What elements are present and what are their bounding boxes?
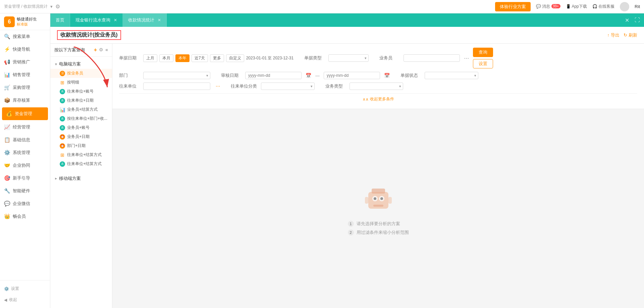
sidebar-item-sales[interactable]: 📊 销售管理 (0, 68, 50, 81)
sidebar-item-system[interactable]: ⚙️ 系统管理 (0, 146, 50, 159)
tab-close-bank[interactable]: ✕ (114, 18, 117, 22)
sidebar-item-purchase[interactable]: 🛒 采购管理 (0, 81, 50, 94)
tree-item-by-salesperson[interactable]: 业 按业务员 (50, 69, 112, 78)
svg-rect-8 (388, 197, 392, 204)
panel-header-actions: + ⚙ « (94, 47, 108, 53)
message-icon[interactable]: 💬 消息 99+ (536, 4, 560, 9)
empty-hints: 1 请先选择要分析的方案 2 用过滤条件来缩小分析范围 (348, 221, 409, 236)
tab-home[interactable]: 首页 (50, 13, 70, 27)
left-panel: 按以下方案查询 + ⚙ « ▼ 电脑端方案 业 按业务员 (50, 44, 112, 308)
export-button[interactable]: ↑ 导出 (607, 32, 620, 38)
date-this-month[interactable]: 本月 (159, 54, 173, 62)
partner-category-label: 往来单位分类 (231, 83, 257, 89)
tree-item-salesperson-date[interactable]: ⏰ 业务员+日期 (50, 132, 112, 141)
sidebar-collapse-btn[interactable]: ◀ 收起 (0, 294, 50, 305)
clock-icon-2: ⏰ (60, 143, 65, 149)
sidebar-item-operations[interactable]: 📈 经营管理 (0, 121, 50, 134)
tab-collection[interactable]: 收款情况统计 ✕ (123, 13, 167, 27)
panel-settings-icon[interactable]: ⚙ (99, 47, 103, 53)
tree-item-partner-dept[interactable]: 表 按往来单位+部门+收... (50, 114, 112, 123)
partner-more-btn[interactable]: ··· (216, 83, 220, 89)
date-last-7[interactable]: 近7天 (192, 54, 208, 62)
gear-icon: ⚙️ (4, 150, 10, 156)
doc-status-label: 单据状态 (400, 72, 421, 79)
table-icon-5: 表 (60, 161, 65, 167)
tab-maximize-btn[interactable]: ⛶ (633, 17, 641, 23)
doc-status-select[interactable] (425, 72, 478, 79)
doc-type-select[interactable] (328, 54, 369, 62)
sidebar-item-enterprise[interactable]: 🤝 企业协同 (0, 159, 50, 172)
tree-item-dept-date[interactable]: ⏰ 部门+日期 (50, 141, 112, 150)
date-last-month[interactable]: 上月 (143, 54, 157, 62)
tree-item-partner-settlement2[interactable]: 表 往来单位+结算方式 (50, 159, 112, 168)
sidebar-settings-btn[interactable]: ⚙️ 设置 (0, 283, 50, 294)
tree-item-partner-date[interactable]: 表 往来单位+日期 (50, 96, 112, 105)
tree-item-by-detail[interactable]: ⊞ 按明细 (50, 78, 112, 87)
date-this-year[interactable]: 本年 (175, 54, 190, 62)
calendar-icon-2[interactable]: 📅 (384, 73, 390, 78)
sidebar-item-basic[interactable]: 📋 基础信息 (0, 134, 50, 146)
tab-bank[interactable]: 现金银行流水查询 ✕ (70, 13, 123, 27)
svg-rect-1 (372, 189, 385, 194)
sidebar-logo: 6 畅捷通好生 标准版 (0, 13, 50, 30)
trial-button[interactable]: 体验行业方案 (495, 2, 531, 11)
settings-button[interactable]: 设置 (473, 59, 493, 68)
empty-illustration (362, 182, 395, 215)
tree-item-salesperson-settlement[interactable]: 📊 业务员+结算方式 (50, 105, 112, 114)
sidebar-item-wechat[interactable]: 💬 企业微信 (0, 197, 50, 210)
sidebar-item-warehouse[interactable]: 📦 库存核算 (0, 94, 50, 107)
review-date-from[interactable] (245, 72, 302, 79)
tree-item-salesperson-account[interactable]: 表 业务员+账号 (50, 123, 112, 132)
tree-desktop-header[interactable]: ▼ 电脑端方案 (50, 59, 112, 69)
empty-state: 1 请先选择要分析的方案 2 用过滤条件来缩小分析范围 (112, 109, 644, 308)
user-name: Rit (635, 4, 640, 9)
sidebar-item-guide[interactable]: 🎯 新手引导 (0, 172, 50, 185)
filter-row-3: 往来单位 ··· 往来单位分类 业务类型 (119, 83, 637, 90)
doc-type-select-wrapper (328, 54, 369, 62)
salesperson-icon: 业 (60, 71, 65, 76)
tree-item-partner-account[interactable]: 表 往来单位+账号 (50, 87, 112, 96)
online-service-link[interactable]: 🎧 在线客服 (592, 4, 614, 9)
query-button[interactable]: 查询 (473, 48, 493, 57)
flash-icon: ⚡ (4, 46, 10, 52)
salesperson-input[interactable] (404, 54, 460, 62)
calendar-icon-1[interactable]: 📅 (306, 73, 311, 78)
tree-item-partner-settlement1[interactable]: ⊞ 往来单位+结算方式 (50, 150, 112, 159)
sidebar-item-quick-nav[interactable]: ⚡ 快捷导航 (0, 43, 50, 56)
table-icon-3: 表 (60, 116, 65, 121)
partner-input[interactable] (143, 83, 210, 90)
line-chart-icon: 📈 (4, 124, 10, 130)
tree-mobile-header[interactable]: ▼ 移动端方案 (50, 174, 112, 183)
sidebar-item-search-menu[interactable]: 🔍 搜索菜单 (0, 30, 50, 43)
page-actions: ↑ 导出 ↻ 刷新 (607, 32, 638, 38)
chat-icon: 💬 (4, 201, 10, 207)
header-left: 资金管理 / 收款情况统计 ▾ ⚙ (4, 3, 495, 10)
refresh-button[interactable]: ↻ 刷新 (624, 32, 637, 38)
review-date-to[interactable] (324, 72, 380, 79)
panel-add-btn[interactable]: + (94, 47, 97, 53)
app-download-link[interactable]: 📱 App下载 (566, 4, 587, 9)
sidebar-item-finance[interactable]: 💰 资金管理 (2, 107, 48, 120)
tree-desktop-section: ▼ 电脑端方案 业 按业务员 ⊞ 按明细 表 往来单位+账号 (50, 57, 112, 171)
expand-arrow: ▼ (54, 62, 58, 66)
panel-collapse-icon[interactable]: « (105, 47, 108, 53)
tab-close-all-btn[interactable]: ✕ (624, 17, 631, 23)
page-title: 收款情况统计(按业务员) (57, 30, 121, 40)
sidebar-item-hardware[interactable]: 🔧 智能硬件 (0, 185, 50, 197)
date-more[interactable]: 更多 (210, 54, 224, 62)
tab-close-collection[interactable]: ✕ (158, 18, 161, 22)
salesperson-more-icon[interactable]: ··· (464, 55, 469, 62)
dropdown-icon[interactable]: ▾ (50, 4, 53, 9)
dept-select[interactable] (143, 72, 210, 79)
biz-type-select[interactable] (350, 83, 403, 90)
date-custom[interactable]: 自定义 (226, 54, 244, 62)
sidebar-item-marketing[interactable]: 📢 营销推广 (0, 56, 50, 68)
partner-cat-select[interactable] (261, 83, 315, 90)
box-icon: 📦 (4, 97, 10, 103)
collapse-bar[interactable]: ∧∧ 收起更多条件 (119, 93, 637, 105)
filter-buttons: 查询 设置 (473, 48, 493, 68)
collapse-icon: ◀ (4, 298, 7, 302)
sidebar-item-member[interactable]: 👑 畅会员 (0, 210, 50, 223)
filter-row-1: 单据日期 上月 本月 本年 近7天 更多 自定义 2023-01-01 至 20… (119, 48, 637, 68)
settings-gear-icon[interactable]: ⚙ (55, 3, 60, 10)
